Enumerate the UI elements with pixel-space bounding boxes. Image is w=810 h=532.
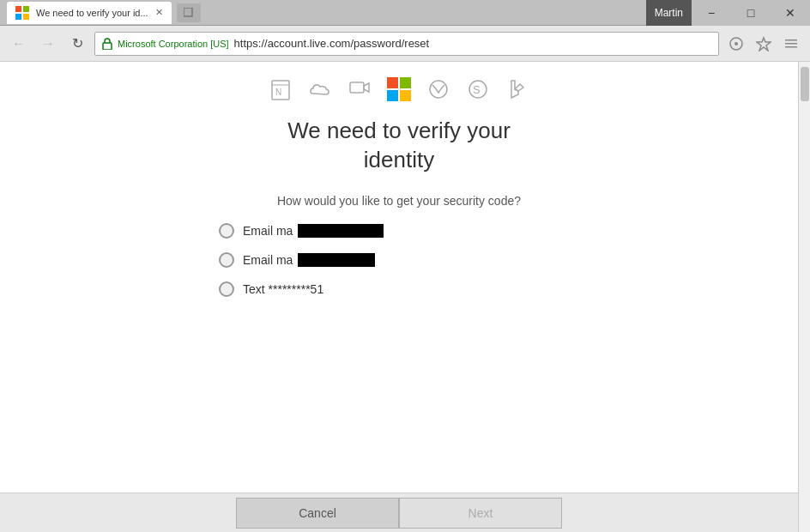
bottom-action-bar: Cancel Next — [0, 493, 798, 532]
close-button[interactable]: ✕ — [771, 0, 810, 26]
page-area: N — [0, 62, 798, 532]
user-name: Martin — [646, 0, 692, 26]
url-text: https://account.live.com/password/reset — [234, 37, 430, 50]
option-email2[interactable]: Email ma — [219, 249, 579, 271]
refresh-button[interactable]: ↻ — [65, 32, 89, 56]
svg-point-7 — [734, 42, 738, 45]
option-email2-label: Email ma — [243, 253, 375, 267]
url-bar[interactable]: Microsoft Corporation [US] https://accou… — [94, 32, 719, 56]
radio-email2[interactable] — [219, 252, 234, 268]
svg-rect-1 — [23, 6, 29, 12]
new-tab-button[interactable] — [177, 3, 201, 22]
microsoft-logo — [387, 77, 411, 101]
title-bar-right: Martin − □ ✕ — [646, 0, 810, 26]
cancel-button[interactable]: Cancel — [236, 498, 399, 529]
back-button[interactable]: ← — [7, 32, 31, 56]
option-email1[interactable]: Email ma — [219, 220, 579, 242]
question-text: How would you like to get your security … — [277, 194, 521, 208]
skype-icon: S — [466, 77, 490, 101]
browser-content: N — [0, 62, 810, 532]
svg-rect-0 — [15, 6, 21, 12]
onedrive-icon — [308, 77, 332, 101]
svg-rect-5 — [103, 43, 112, 50]
next-button[interactable]: Next — [399, 498, 562, 529]
xbox-icon — [426, 77, 450, 101]
skype-business-icon — [348, 77, 372, 101]
svg-rect-2 — [15, 14, 21, 20]
title-bar: We need to verify your id... ✕ Martin − … — [0, 0, 810, 26]
extension-icon-button[interactable] — [724, 32, 748, 56]
scrollbar[interactable] — [798, 62, 810, 532]
svg-point-17 — [430, 81, 447, 98]
bing-icon — [505, 77, 529, 101]
forward-button[interactable]: → — [36, 32, 60, 56]
svg-rect-10 — [785, 43, 797, 45]
svg-rect-3 — [23, 14, 29, 20]
radio-text-sms[interactable] — [219, 281, 234, 297]
svg-marker-21 — [515, 84, 523, 91]
star-icon — [756, 36, 771, 51]
security-badge: Microsoft Corporation [US] — [118, 39, 229, 49]
svg-text:S: S — [473, 83, 481, 96]
minimize-button[interactable]: − — [692, 0, 731, 26]
page-content: N — [0, 62, 798, 297]
option-text-sms-label: Text *********51 — [243, 282, 323, 296]
menu-icon — [783, 36, 799, 51]
title-bar-left: We need to verify your id... ✕ — [7, 2, 646, 24]
page-heading: We need to verify your identity — [287, 117, 511, 175]
radio-email1[interactable] — [219, 223, 234, 239]
maximize-button[interactable]: □ — [731, 0, 771, 26]
svg-rect-4 — [184, 8, 192, 16]
options-list: Email ma Email ma Text *********51 — [219, 220, 579, 297]
option-text-sms[interactable]: Text *********51 — [219, 278, 579, 297]
menu-button[interactable] — [779, 32, 803, 56]
lock-icon — [102, 38, 112, 50]
ms-icons-row: N — [269, 62, 529, 110]
favorites-button[interactable] — [752, 32, 776, 56]
address-icons — [724, 32, 803, 56]
onenote-icon: N — [269, 77, 293, 101]
extension-icon — [728, 36, 744, 51]
tab-close-button[interactable]: ✕ — [155, 7, 163, 18]
svg-text:N: N — [275, 88, 281, 97]
svg-marker-16 — [364, 83, 369, 92]
tab-title: We need to verify your id... — [36, 8, 148, 18]
svg-rect-9 — [785, 39, 797, 41]
scroll-thumb[interactable] — [801, 67, 809, 101]
tab-favicon — [15, 6, 29, 20]
browser-tab-active[interactable]: We need to verify your id... ✕ — [7, 2, 172, 24]
svg-marker-8 — [757, 38, 771, 51]
svg-rect-15 — [350, 82, 364, 93]
address-bar: ← → ↻ Microsoft Corporation [US] https:/… — [0, 26, 810, 62]
option-email1-label: Email ma — [243, 224, 384, 238]
svg-rect-11 — [785, 46, 797, 48]
